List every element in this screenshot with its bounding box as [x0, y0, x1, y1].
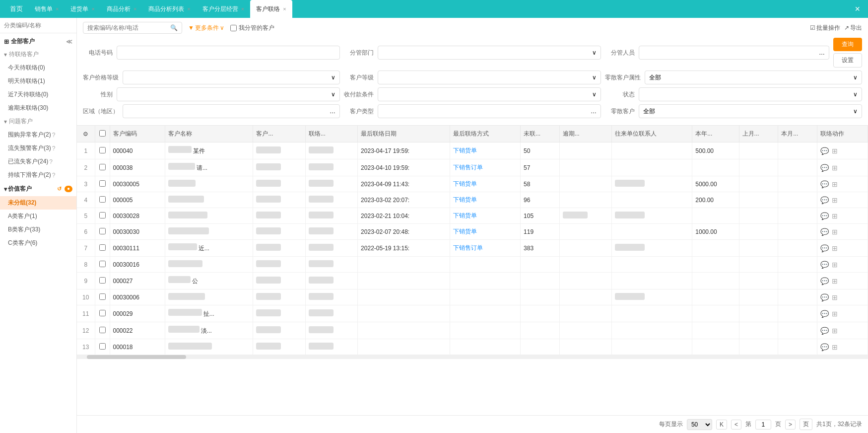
sidebar-group-value[interactable]: ▾ 价值客户 ↺ ● [0, 182, 76, 196]
export-link[interactable]: ↗ 导出 [844, 24, 862, 32]
nav-tab-customer-contact[interactable]: 客户联络 × [250, 0, 292, 18]
contact-way-link[interactable]: 下销售订单 [453, 244, 483, 251]
my-customers-check[interactable] [230, 25, 237, 31]
more-icon[interactable]: ⊞ [832, 327, 838, 335]
retail-attr-select[interactable]: 全部 ∨ [645, 71, 862, 84]
sidebar-group-problem[interactable]: ▾ 问题客户 [0, 115, 76, 128]
nav-next-button[interactable]: > [785, 420, 796, 430]
sidebar-item-churn-warning[interactable]: 流失预警客户(3) ? [0, 142, 76, 155]
row-select-checkbox[interactable] [99, 261, 106, 267]
more-icon[interactable]: ⊞ [832, 310, 838, 318]
sidebar-item-class-c[interactable]: C类客户(6) [0, 236, 76, 250]
scrollbar-thumb[interactable] [87, 355, 186, 359]
row-checkbox[interactable] [95, 240, 110, 257]
nav-home[interactable]: 首页 [4, 4, 29, 13]
department-select[interactable]: ∨ [378, 46, 601, 60]
contact-way-link[interactable]: 下销售订单 [453, 164, 483, 171]
row-checkbox[interactable] [95, 176, 110, 192]
phone-input[interactable] [117, 46, 340, 60]
message-icon[interactable]: 💬 [820, 261, 829, 269]
message-icon[interactable]: 💬 [820, 327, 829, 335]
sidebar-item-class-a[interactable]: A类客户(1) [0, 210, 76, 223]
more-icon[interactable]: ⊞ [832, 164, 838, 172]
row-checkbox[interactable] [95, 224, 110, 240]
message-icon[interactable]: 💬 [820, 277, 829, 285]
window-close-icon[interactable]: × [851, 4, 864, 14]
phone-input-field[interactable] [121, 49, 335, 56]
nav-tab-product-analysis[interactable]: 商品分析 × [101, 0, 142, 18]
nav-prev-button[interactable]: < [731, 420, 741, 430]
row-select-checkbox[interactable] [99, 310, 106, 316]
close-icon[interactable]: × [187, 6, 190, 12]
my-customers-checkbox[interactable]: 我分管的客户 [230, 24, 274, 32]
row-select-checkbox[interactable] [99, 212, 106, 218]
contact-way-link[interactable]: 下销货单 [453, 196, 477, 203]
select-all-checkbox[interactable] [99, 130, 106, 137]
sidebar-item-declining[interactable]: 持续下滑客户(2) ? [0, 168, 76, 182]
sidebar-search-input[interactable] [4, 22, 77, 29]
batch-operation-link[interactable]: ☑ 批量操作 [810, 24, 840, 32]
contact-way-link[interactable]: 下销货单 [453, 147, 477, 154]
sidebar-item-ungrouped[interactable]: 未分组(32) [0, 196, 76, 210]
row-select-checkbox[interactable] [99, 164, 106, 170]
more-icon[interactable]: ⊞ [832, 343, 838, 351]
row-select-checkbox[interactable] [99, 343, 106, 350]
row-checkbox[interactable] [95, 192, 110, 208]
row-checkbox[interactable] [95, 143, 110, 159]
row-select-checkbox[interactable] [99, 228, 106, 234]
price-level-select[interactable]: ∨ [123, 71, 340, 84]
nav-tab-product-list[interactable]: 商品分析列表 × [142, 0, 196, 18]
close-icon[interactable]: × [241, 6, 244, 12]
nav-first-button[interactable]: K [716, 420, 727, 430]
row-checkbox[interactable] [95, 159, 110, 176]
close-icon[interactable]: × [134, 6, 136, 12]
sidebar-group-pending[interactable]: ▾ 待联络客户 [0, 48, 76, 61]
contact-way-link[interactable]: 下销货单 [453, 180, 477, 187]
close-icon[interactable]: × [56, 6, 59, 12]
row-checkbox[interactable] [95, 289, 110, 305]
row-select-checkbox[interactable] [99, 147, 106, 153]
more-conditions-toggle[interactable]: ▼ 更多条件 ∨ [188, 24, 224, 32]
manager-input[interactable]: … [639, 46, 829, 60]
reset-button[interactable]: 设置 [833, 53, 862, 68]
message-icon[interactable]: 💬 [820, 310, 829, 318]
search-icon[interactable]: 🔍 [170, 24, 178, 31]
row-select-checkbox[interactable] [99, 196, 106, 203]
per-page-select[interactable]: 50 20 100 [687, 419, 712, 430]
more-icon[interactable]: ⊞ [832, 261, 838, 269]
row-checkbox[interactable] [95, 208, 110, 224]
refresh-icon[interactable]: ↺ [57, 186, 62, 192]
row-checkbox[interactable] [95, 305, 110, 322]
horizontal-scrollbar[interactable] [77, 355, 868, 359]
nav-last-button[interactable]: 页 [800, 419, 812, 430]
message-icon[interactable]: 💬 [820, 293, 829, 301]
row-select-checkbox[interactable] [99, 277, 106, 284]
row-select-checkbox[interactable] [99, 180, 106, 187]
sidebar-item-7days[interactable]: 近7天待联络(0) [0, 88, 76, 101]
customer-level-select[interactable]: ∨ [378, 71, 601, 84]
row-checkbox[interactable] [95, 339, 110, 355]
row-select-checkbox[interactable] [99, 244, 106, 251]
row-select-checkbox[interactable] [99, 293, 106, 300]
search-input[interactable] [87, 24, 170, 31]
contact-way-link[interactable]: 下销货单 [453, 212, 477, 219]
more-icon[interactable]: ⊞ [832, 244, 838, 252]
more-icon[interactable]: ⊞ [832, 212, 838, 220]
row-checkbox[interactable] [95, 322, 110, 339]
close-icon[interactable]: × [91, 6, 94, 12]
more-icon[interactable]: ⊞ [832, 147, 838, 155]
row-select-checkbox[interactable] [99, 327, 106, 333]
message-icon[interactable]: 💬 [820, 164, 829, 172]
page-input[interactable] [755, 420, 771, 430]
region-select[interactable]: … [123, 104, 340, 118]
message-icon[interactable]: 💬 [820, 228, 829, 236]
close-icon[interactable]: × [283, 6, 286, 12]
gender-select[interactable]: ∨ [117, 87, 340, 101]
more-icon[interactable]: ⊞ [832, 196, 838, 204]
customer-type-select[interactable]: … [378, 104, 601, 118]
sidebar-item-overdue[interactable]: 逾期未联络(30) [0, 101, 76, 115]
sidebar-item-abnormal[interactable]: 囤购异常客户(2) ? [0, 128, 76, 142]
message-icon[interactable]: 💬 [820, 196, 829, 204]
sidebar-item-churned[interactable]: 已流失客户(24) ? [0, 155, 76, 168]
message-icon[interactable]: 💬 [820, 244, 829, 252]
